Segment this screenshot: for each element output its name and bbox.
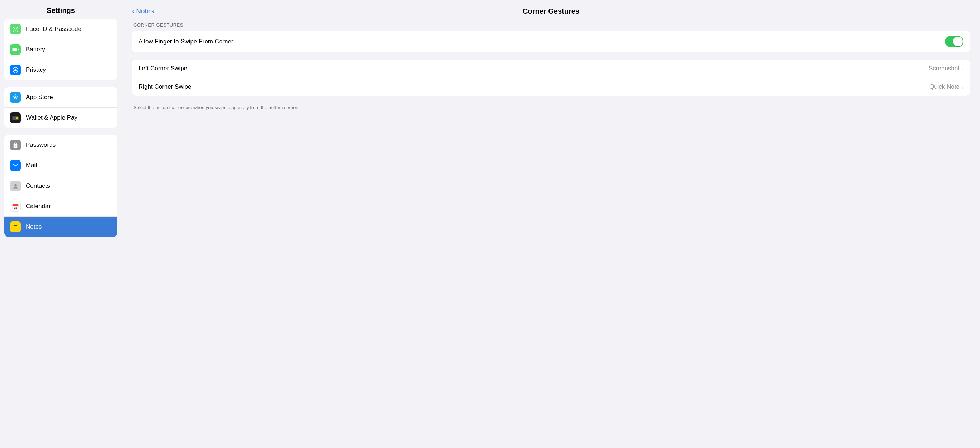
right-corner-swipe-value: Quick Note › bbox=[929, 83, 964, 91]
back-button[interactable]: ‹ Notes bbox=[132, 7, 154, 15]
svg-point-5 bbox=[16, 28, 16, 29]
sidebar-title: Settings bbox=[0, 0, 122, 19]
sidebar-item-battery[interactable]: Battery bbox=[4, 40, 117, 60]
app-store-icon: A bbox=[10, 92, 21, 103]
main-panel: ‹ Notes Corner Gestures CORNER GESTURES … bbox=[122, 0, 980, 448]
svg-rect-9 bbox=[14, 70, 16, 72]
svg-rect-3 bbox=[17, 30, 18, 32]
svg-text:A: A bbox=[14, 95, 17, 99]
sidebar-group-top: Face ID & Passcode Battery Privacy bbox=[4, 19, 117, 80]
privacy-icon bbox=[10, 65, 21, 75]
svg-point-15 bbox=[15, 146, 16, 147]
svg-rect-13 bbox=[16, 117, 18, 119]
svg-rect-7 bbox=[13, 48, 17, 51]
svg-rect-26 bbox=[14, 228, 17, 228]
mail-icon bbox=[10, 160, 21, 171]
sidebar-item-label: Mail bbox=[26, 162, 37, 169]
right-corner-swipe-label: Right Corner Swipe bbox=[138, 83, 191, 91]
face-id-icon bbox=[10, 24, 21, 35]
sidebar-item-label: Privacy bbox=[26, 66, 46, 73]
sidebar-item-privacy[interactable]: Privacy bbox=[4, 60, 117, 80]
swipe-options-card: Left Corner Swipe Screenshot › Right Cor… bbox=[132, 60, 970, 96]
sidebar-group-apps1: A App Store Wallet & Apple Pay bbox=[4, 87, 117, 128]
back-chevron-icon: ‹ bbox=[132, 7, 135, 15]
svg-rect-2 bbox=[13, 30, 14, 32]
notes-icon bbox=[10, 222, 21, 232]
svg-rect-0 bbox=[13, 27, 14, 28]
contacts-icon bbox=[10, 180, 21, 191]
right-corner-swipe-value-text: Quick Note bbox=[929, 83, 959, 91]
toggle-row-label: Allow Finger to Swipe From Corner bbox=[138, 38, 234, 45]
svg-point-18 bbox=[14, 184, 16, 186]
svg-point-4 bbox=[14, 28, 15, 29]
battery-icon bbox=[10, 44, 21, 55]
sidebar-item-label: Wallet & Apple Pay bbox=[26, 114, 78, 121]
sidebar-item-label: App Store bbox=[26, 94, 53, 101]
svg-rect-8 bbox=[18, 49, 19, 50]
allow-swipe-toggle[interactable] bbox=[945, 36, 964, 47]
back-label: Notes bbox=[136, 7, 154, 15]
section-label: CORNER GESTURES bbox=[132, 22, 970, 28]
sidebar-item-label: Face ID & Passcode bbox=[26, 26, 81, 33]
sidebar-item-label: Passwords bbox=[26, 142, 56, 148]
right-corner-swipe-row[interactable]: Right Corner Swipe Quick Note › bbox=[132, 78, 970, 96]
sidebar: Settings Face ID & Passcode bbox=[0, 0, 122, 448]
calendar-icon: 15 bbox=[10, 201, 21, 212]
sidebar-item-face-id[interactable]: Face ID & Passcode bbox=[4, 19, 117, 40]
left-corner-chevron-icon: › bbox=[962, 66, 964, 72]
wallet-icon bbox=[10, 112, 21, 123]
svg-rect-25 bbox=[14, 226, 16, 227]
sidebar-item-label: Calendar bbox=[26, 203, 51, 210]
sidebar-item-label: Battery bbox=[26, 46, 45, 53]
sidebar-item-app-store[interactable]: A App Store bbox=[4, 87, 117, 108]
left-corner-swipe-value-text: Screenshot bbox=[929, 65, 959, 72]
svg-rect-16 bbox=[12, 163, 18, 167]
svg-rect-1 bbox=[17, 27, 18, 28]
svg-rect-21 bbox=[13, 205, 19, 206]
main-header: ‹ Notes Corner Gestures bbox=[122, 0, 980, 19]
sidebar-item-contacts[interactable]: Contacts bbox=[4, 176, 117, 196]
sidebar-item-notes[interactable]: Notes bbox=[4, 217, 117, 237]
toggle-thumb bbox=[953, 37, 963, 46]
svg-text:15: 15 bbox=[14, 206, 17, 209]
sidebar-group-apps2: Passwords Mail Contacts bbox=[4, 135, 117, 237]
svg-rect-24 bbox=[14, 225, 18, 226]
toggle-card: Allow Finger to Swipe From Corner bbox=[132, 30, 970, 53]
left-corner-swipe-row[interactable]: Left Corner Swipe Screenshot › bbox=[132, 60, 970, 78]
passwords-icon bbox=[10, 140, 21, 150]
toggle-row[interactable]: Allow Finger to Swipe From Corner bbox=[132, 30, 970, 53]
sidebar-item-calendar[interactable]: 15 Calendar bbox=[4, 196, 117, 217]
sidebar-item-passwords[interactable]: Passwords bbox=[4, 135, 117, 155]
main-content: CORNER GESTURES Allow Finger to Swipe Fr… bbox=[122, 19, 980, 121]
sidebar-item-wallet[interactable]: Wallet & Apple Pay bbox=[4, 108, 117, 128]
right-corner-chevron-icon: › bbox=[962, 84, 964, 90]
sidebar-item-label: Notes bbox=[26, 223, 41, 230]
sidebar-item-mail[interactable]: Mail bbox=[4, 155, 117, 176]
left-corner-swipe-value: Screenshot › bbox=[929, 65, 964, 72]
left-corner-swipe-label: Left Corner Swipe bbox=[138, 65, 187, 72]
section-hint: Select the action that occurs when you s… bbox=[132, 103, 970, 111]
sidebar-item-label: Contacts bbox=[26, 182, 50, 190]
svg-rect-14 bbox=[13, 116, 19, 117]
page-title: Corner Gestures bbox=[523, 7, 579, 16]
